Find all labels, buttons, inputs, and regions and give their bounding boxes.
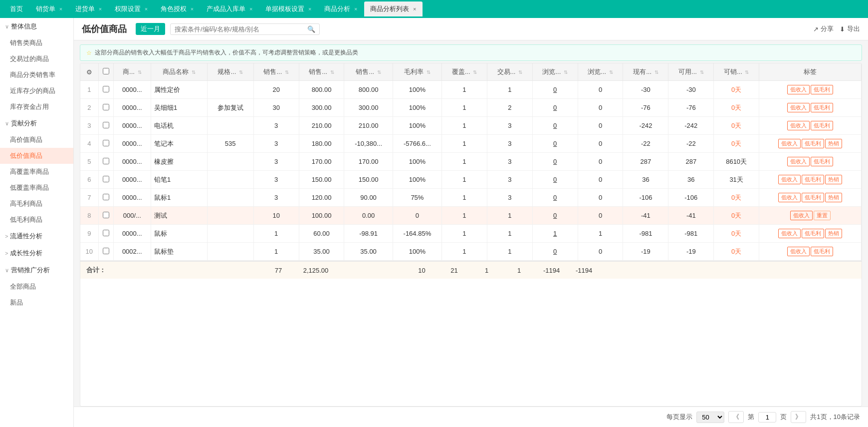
sort-icon[interactable]: ⇅ [330,69,334,75]
sidebar-item-traded-products[interactable]: 交易过的商品 [0,51,73,67]
view1-link[interactable]: 0 [553,140,557,147]
nav-template[interactable]: 单据模板设置 × [259,1,317,16]
sort-icon[interactable]: ⇅ [654,69,658,75]
search-icon[interactable]: 🔍 [307,25,315,33]
row-checkbox[interactable] [103,140,109,146]
view-count1: 0 [532,99,578,117]
search-input[interactable] [175,25,305,33]
sidebar-section-circulation[interactable]: > 流通性分析 [0,228,73,245]
per-page-select[interactable]: 50 100 200 [696,412,724,423]
row-checkbox[interactable] [103,230,109,236]
row-checkbox[interactable] [103,212,109,218]
sidebar-item-sales-products[interactable]: 销售类商品 [0,35,73,51]
close-icon[interactable]: × [59,6,62,12]
product-tag: 低收入 [787,157,810,166]
sale-amount: 90.00 [344,189,393,207]
close-icon[interactable]: × [249,6,252,12]
sidebar-section-label: 营销推广分析 [11,266,50,275]
nav-roles[interactable]: 角色授权 × [155,1,200,16]
nav-product-analysis[interactable]: 商品分析 × [318,1,363,16]
sidebar-item-all-products[interactable]: 全部商品 [0,279,73,295]
sort-icon[interactable]: ⇅ [239,69,243,75]
first-page-button[interactable]: 《 [728,411,744,423]
view1-link[interactable]: 0 [553,104,557,111]
row-checkbox[interactable] [103,104,109,110]
sidebar-item-high-value[interactable]: 高价值商品 [0,132,73,148]
sidebar-item-new-products[interactable]: 新品 [0,295,73,311]
sidebar-item-stock-fund[interactable]: 库存资金占用 [0,99,73,115]
col-checkbox[interactable] [98,63,113,81]
footer-sale1: 77 [261,267,296,274]
sort-icon[interactable]: ⇅ [192,69,196,75]
sidebar-item-low-stock[interactable]: 近库存少的商品 [0,83,73,99]
close-icon[interactable]: × [99,6,102,12]
close-icon[interactable]: × [354,6,357,12]
nav-stock-in[interactable]: 产成品入库单 × [201,1,258,16]
row-checkbox[interactable] [103,248,109,254]
close-icon[interactable]: × [191,6,194,12]
sort-icon[interactable]: ⇅ [518,69,522,75]
nav-home[interactable]: 首页 [4,1,29,16]
sidebar-section-marketing[interactable]: ∨ 营销推广分析 [0,262,73,279]
sidebar-item-low-coverage[interactable]: 低覆盖率商品 [0,180,73,196]
sort-icon[interactable]: ⇅ [700,69,704,75]
view1-link[interactable]: 0 [553,248,557,255]
row-checkbox[interactable] [103,158,109,164]
product-spec [207,243,253,261]
view1-link[interactable]: 0 [553,86,557,93]
view-count2: 0 [578,153,623,171]
sort-icon[interactable]: ⇅ [745,69,749,75]
search-box: 🔍 [170,23,320,35]
view1-link[interactable]: 0 [553,122,557,129]
sidebar-section-contribution[interactable]: ∨ 贡献分析 [0,115,73,132]
trade-count: 1 [487,81,532,99]
product-tag: 低毛利 [802,229,824,238]
row-checkbox[interactable] [103,86,109,92]
product-spec [207,117,253,135]
view1-link[interactable]: 0 [553,212,557,219]
sidebar-item-low-margin[interactable]: 低毛利商品 [0,212,73,228]
sort-icon[interactable]: ⇅ [377,69,381,75]
row-checkbox[interactable] [103,194,109,200]
row-checkbox[interactable] [103,176,109,182]
close-icon[interactable]: × [308,6,311,12]
sort-icon[interactable]: ⇅ [564,69,568,75]
row-checkbox[interactable] [103,122,109,128]
sidebar-item-high-margin[interactable]: 高毛利商品 [0,196,73,212]
export-button[interactable]: ⬇ 导出 [840,24,860,33]
close-icon[interactable]: × [145,6,148,12]
current-page-input[interactable] [758,412,776,423]
col-settings[interactable]: ⚙ [80,63,98,81]
sort-icon[interactable]: ⇅ [285,69,289,75]
gross-rate: 100% [393,243,441,261]
sidebar-item-high-coverage[interactable]: 高覆盖率商品 [0,164,73,180]
sidebar-item-low-value[interactable]: 低价值商品 [0,148,73,164]
product-spec: 535 [207,135,253,153]
sidebar-item-category-sales[interactable]: 商品分类销售率 [0,67,73,83]
product-code: 0000... [113,189,151,207]
sort-icon[interactable]: ⇅ [427,69,431,75]
view1-link[interactable]: 0 [553,158,557,165]
next-page-button[interactable]: 》 [791,411,806,423]
view1-link[interactable]: 1 [553,230,557,237]
sort-icon[interactable]: ⇅ [473,69,477,75]
sort-icon[interactable]: ⇅ [138,69,142,75]
close-icon[interactable]: × [413,6,416,12]
view1-link[interactable]: 0 [553,176,557,183]
expand-icon: ∨ [5,267,9,274]
share-button[interactable]: ↗ 分享 [813,24,834,33]
nav-sales[interactable]: 销货单 × [30,1,68,16]
nav-permissions[interactable]: 权限设置 × [109,1,154,16]
row-checkbox-cell [98,153,113,171]
filter-recent-month-button[interactable]: 近一月 [136,23,165,35]
view1-link[interactable]: 0 [553,194,557,201]
sort-icon[interactable]: ⇅ [609,69,613,75]
sidebar-section-overall[interactable]: ∨ 整体信息 [0,18,73,35]
select-all-checkbox[interactable] [103,68,109,74]
table-row: 1 0000... 属性定价 20 800.00 800.00 100% 1 1… [80,81,862,99]
sidebar-section-growth[interactable]: > 成长性分析 [0,245,73,262]
salable-days: 0天 [714,243,759,261]
nav-product-analysis-list[interactable]: 商品分析列表 × [364,1,422,16]
nav-purchase[interactable]: 进货单 × [69,1,108,16]
product-tag: 热销 [825,193,842,202]
